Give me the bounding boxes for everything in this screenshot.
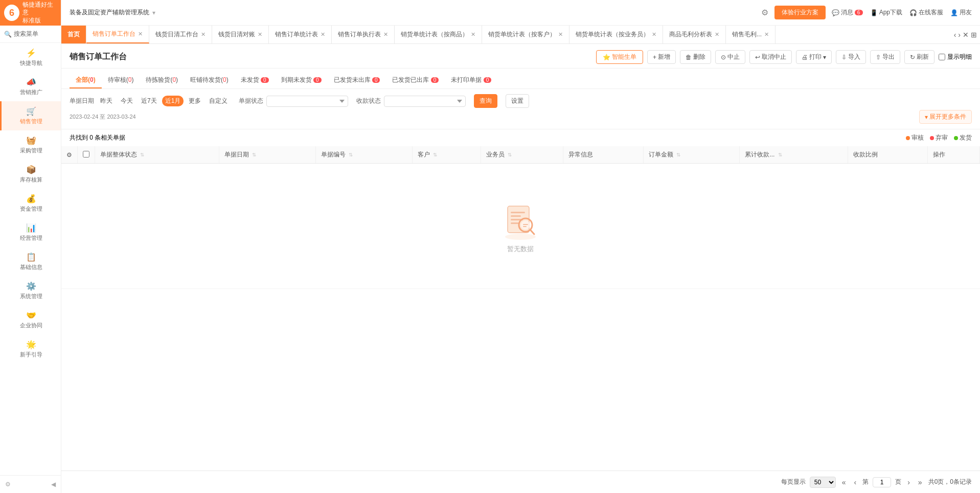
print-button[interactable]: 🖨 打印 ▾: [796, 50, 832, 64]
sort-status-icon[interactable]: ⇅: [140, 152, 144, 158]
col-amount[interactable]: 订单金额 ⇅: [643, 146, 740, 164]
sub-tab-pending-inspect[interactable]: 待拣验货(0): [140, 73, 184, 88]
date-today[interactable]: 今天: [118, 96, 136, 106]
tab-home[interactable]: 首页: [61, 26, 86, 43]
suspend-button[interactable]: ⊙ 中止: [715, 50, 745, 64]
online-service-button[interactable]: 🎧 在线客服: [909, 8, 943, 17]
sidebar-item-sales[interactable]: 🛒 销售管理: [0, 101, 61, 130]
chevron-down-icon[interactable]: ▾: [152, 9, 155, 16]
tab-customer-stat[interactable]: 销货单统计表（按客户） ✕: [482, 26, 569, 43]
query-button[interactable]: 查询: [474, 94, 497, 108]
page-first-button[interactable]: «: [840, 477, 848, 487]
sidebar-item-stock[interactable]: 📦 库存核算: [0, 160, 61, 189]
sidebar-item-capital[interactable]: 💰 资金管理: [0, 189, 61, 218]
sub-tab-all[interactable]: 全部(0): [70, 73, 102, 88]
export-button[interactable]: ⇧ 导出: [870, 50, 900, 64]
sidebar-item-guide[interactable]: 🌟 新手引导: [0, 334, 61, 364]
cancel-suspend-button[interactable]: ↩ 取消中止: [749, 50, 792, 64]
add-button[interactable]: + 新增: [647, 50, 676, 64]
tab-expand-button[interactable]: ⊞: [971, 31, 977, 39]
col-checkbox[interactable]: [78, 146, 95, 164]
tab-sales-exec[interactable]: 销售订单执行表 ✕: [332, 26, 395, 43]
sidebar-item-quick-nav[interactable]: ⚡ 快捷导航: [0, 43, 61, 72]
settings-icon[interactable]: ⚙: [5, 481, 11, 488]
setting-button[interactable]: 设置: [506, 94, 529, 108]
date-1month[interactable]: 近1月: [162, 96, 184, 106]
sort-customer-icon[interactable]: ⇅: [433, 152, 437, 158]
sidebar-item-enterprise[interactable]: 🤝 企业协同: [0, 305, 61, 334]
sub-tab-pending-review[interactable]: 待审核(0): [102, 73, 140, 88]
date-7days[interactable]: 近7天: [138, 96, 160, 106]
col-customer[interactable]: 客户 ⇅: [412, 146, 481, 164]
sidebar-item-basic[interactable]: 📋 基础信息: [0, 247, 61, 276]
tab-sales-order[interactable]: 销售订单工作台 ✕: [86, 26, 149, 43]
page-last-button[interactable]: »: [916, 477, 924, 487]
tab-sales-stat[interactable]: 销售订单统计表 ✕: [269, 26, 332, 43]
col-number[interactable]: 单据编号 ⇅: [315, 146, 412, 164]
app-download-button[interactable]: 📱 App下载: [870, 8, 902, 17]
sort-date-icon[interactable]: ⇅: [252, 152, 256, 158]
sub-tab-wangpu-ship[interactable]: 旺铺待发货(0): [184, 73, 235, 88]
review-action-button[interactable]: 审核: [906, 133, 924, 142]
sidebar-item-marketing[interactable]: 📣 营销推广: [0, 72, 61, 101]
sidebar-item-purchase[interactable]: 🧺 采购管理: [0, 130, 61, 160]
tab-cash-daily[interactable]: 钱货日清工作台 ✕: [149, 26, 212, 43]
page-number-input[interactable]: [873, 477, 891, 487]
show-detail-label[interactable]: 显示明细: [939, 53, 972, 61]
tab-close-customer-stat[interactable]: ✕: [558, 31, 563, 38]
expand-filter-button[interactable]: ▾ 展开更多条件: [919, 110, 972, 124]
select-all-checkbox[interactable]: [83, 151, 89, 158]
filter-payment-select[interactable]: [384, 96, 466, 107]
sort-staff-icon[interactable]: ⇅: [508, 152, 512, 158]
col-staff[interactable]: 业务员 ⇅: [481, 146, 563, 164]
sidebar-item-system[interactable]: ⚙️ 系统管理: [0, 276, 61, 305]
col-status[interactable]: 单据整体状态 ⇅: [95, 146, 219, 164]
page-size-select[interactable]: 50 100 200: [810, 477, 836, 488]
import-button[interactable]: ⇩ 导入: [836, 50, 866, 64]
tab-close-cash-reconcile[interactable]: ✕: [258, 31, 262, 38]
delete-button[interactable]: 🗑 删除: [680, 50, 711, 64]
tab-margin-analysis[interactable]: 商品毛利分析表 ✕: [663, 26, 726, 43]
tab-close-goods-stat[interactable]: ✕: [471, 31, 475, 38]
sort-number-icon[interactable]: ⇅: [349, 152, 353, 158]
gear-icon[interactable]: ⚙: [761, 8, 768, 17]
tab-close-sales-margin[interactable]: ✕: [764, 31, 769, 38]
ship-action-button[interactable]: 发货: [954, 133, 972, 142]
sidebar-item-operation[interactable]: 📊 经营管理: [0, 218, 61, 247]
tab-goods-stat[interactable]: 销货单统计表（按商品） ✕: [395, 26, 482, 43]
refresh-button[interactable]: ↻ 刷新: [904, 50, 935, 64]
col-date[interactable]: 单据日期 ⇅: [219, 146, 316, 164]
industry-solution-button[interactable]: 体验行业方案: [774, 6, 826, 19]
tab-close-sales-order[interactable]: ✕: [138, 31, 143, 37]
tab-sales-margin[interactable]: 销售毛利... ✕: [726, 26, 776, 43]
col-settings[interactable]: ⚙: [61, 146, 78, 164]
sub-tab-not-shipped[interactable]: 未发货 0: [235, 73, 275, 88]
tab-close-sales-stat[interactable]: ✕: [321, 31, 325, 38]
page-next-button[interactable]: ›: [905, 477, 912, 487]
message-button[interactable]: 💬 消息 6: [832, 8, 863, 17]
date-yesterday[interactable]: 昨天: [97, 96, 116, 106]
sub-tab-not-printed[interactable]: 未打印单据 0: [445, 73, 497, 88]
tab-prev-button[interactable]: ‹: [954, 31, 956, 39]
sub-tab-shipped-out[interactable]: 已发货已出库 0: [386, 73, 445, 88]
tab-next-button[interactable]: ›: [958, 31, 961, 39]
sort-accumulated-icon[interactable]: ⇅: [778, 152, 782, 158]
collapse-icon[interactable]: ◀: [51, 481, 56, 488]
show-detail-checkbox[interactable]: [939, 54, 945, 60]
sub-tab-overdue-ship[interactable]: 到期未发货 0: [275, 73, 328, 88]
tab-close-staff-stat[interactable]: ✕: [652, 31, 656, 38]
sub-tab-shipped-not-out[interactable]: 已发货未出库 0: [328, 73, 386, 88]
tab-close-margin-analysis[interactable]: ✕: [715, 31, 719, 38]
cancel-review-action-button[interactable]: 弃审: [930, 133, 948, 142]
sort-amount-icon[interactable]: ⇅: [676, 152, 680, 158]
tab-cash-reconcile[interactable]: 钱货日清对账 ✕: [212, 26, 269, 43]
tab-close-cash-daily[interactable]: ✕: [201, 31, 206, 38]
date-more[interactable]: 更多: [186, 96, 204, 106]
tab-staff-stat[interactable]: 销货单统计表（按业务员） ✕: [569, 26, 663, 43]
smart-generate-button[interactable]: ⭐ 智能生单: [596, 50, 643, 64]
tab-close-sales-exec[interactable]: ✕: [383, 31, 388, 38]
date-custom[interactable]: 自定义: [206, 96, 231, 106]
user-menu[interactable]: 👤 用友: [950, 8, 972, 17]
page-prev-button[interactable]: ‹: [852, 477, 859, 487]
col-accumulated[interactable]: 累计收款... ⇅: [740, 146, 848, 164]
